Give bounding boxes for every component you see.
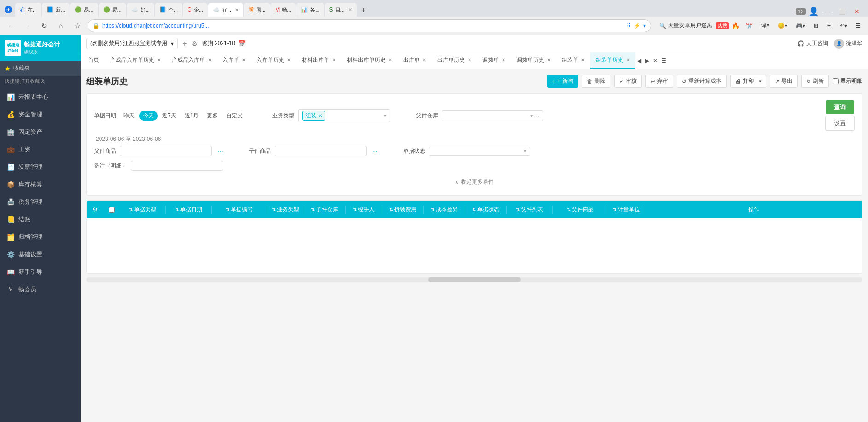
tab-12[interactable]: S 目... ✕ — [325, 3, 357, 17]
parent-warehouse-more-icon[interactable]: ··· — [534, 112, 540, 119]
settings-gear-icon[interactable]: ⚙ — [192, 40, 198, 47]
favorites-section[interactable]: ★ 收藏夹 — [0, 61, 81, 76]
nav-tab-stock-in-history[interactable]: 入库单历史 ✕ — [251, 52, 296, 69]
address-bar[interactable]: 🔒 https://cloud.chanjet.com/accounting/u… — [88, 19, 651, 32]
sidebar-item-guide[interactable]: 📖 新手引导 — [0, 263, 81, 281]
select-all-checkbox[interactable] — [109, 207, 115, 213]
th-bill-no[interactable]: ⇅ 单据编号 — [212, 206, 267, 214]
translate-icon[interactable]: 译▾ — [758, 21, 772, 30]
sidebar-item-salary[interactable]: 💼 工资 — [0, 141, 81, 158]
delete-button[interactable]: 🗑 删除 — [582, 75, 610, 88]
set-button[interactable]: 设置 — [825, 116, 855, 131]
nav-tab-stock-in[interactable]: 入库单 ✕ — [217, 52, 251, 69]
sidebar-item-finance[interactable]: 💰 资金管理 — [0, 106, 81, 123]
sidebar-item-tax[interactable]: 🖨️ 税务管理 — [0, 193, 81, 211]
sidebar-item-inventory[interactable]: 📦 库存核算 — [0, 176, 81, 193]
tab-3[interactable]: 🟢 易... — [70, 3, 98, 17]
parent-item-input[interactable] — [120, 146, 212, 156]
nav-tab-stock-out-history[interactable]: 出库单历史 ✕ — [432, 52, 477, 69]
nav-tab-produce-in[interactable]: 产成品入库单 ✕ — [166, 52, 217, 69]
address-dropdown[interactable]: ▾ — [643, 23, 646, 29]
lightning-icon[interactable]: ⚡ — [633, 23, 640, 29]
tab-10[interactable]: M 畅... — [270, 3, 296, 17]
new-button[interactable]: + + 新增 — [547, 75, 578, 88]
status-select[interactable]: ▾ — [429, 147, 530, 156]
nav-tab-assembly-history[interactable]: 组装单历史 ✕ — [590, 52, 635, 69]
sub-item-dots[interactable]: ··· — [372, 147, 378, 155]
period-selector[interactable]: 账期 2021-10 📅 — [202, 40, 246, 47]
th-bill-type[interactable]: ⇅ 单据类型 — [120, 206, 166, 214]
add-company-btn[interactable]: + — [182, 40, 187, 48]
th-parent-item[interactable]: ⇅ 父件商品 — [553, 206, 608, 214]
tabs-close-all[interactable]: ✕ — [651, 56, 659, 66]
game-icon[interactable]: 🎮▾ — [793, 22, 808, 30]
business-type-tag-close[interactable]: ✕ — [318, 113, 322, 118]
tab-assembly-close[interactable]: ✕ — [581, 58, 585, 63]
date-btn-1month[interactable]: 近1月 — [181, 111, 203, 121]
user-info[interactable]: 👤 徐泽华 — [834, 39, 862, 49]
th-handler[interactable]: ⇅ 经手人 — [346, 206, 382, 214]
tab-5[interactable]: ☁️ 好... — [127, 3, 154, 17]
support-btn[interactable]: 🎧 人工咨询 — [798, 40, 828, 47]
nav-tab-transfer-history[interactable]: 调拨单历史 ✕ — [511, 52, 556, 69]
parent-item-dots[interactable]: ··· — [217, 147, 223, 155]
sidebar-item-invoice[interactable]: 🧾 发票管理 — [0, 158, 81, 176]
nav-tab-material-out-history[interactable]: 材料出库单历史 ✕ — [341, 52, 398, 69]
home-button[interactable]: ⌂ — [54, 19, 67, 32]
tab-4[interactable]: 🟢 易... — [99, 3, 126, 17]
scrollbar-thumb[interactable] — [428, 277, 521, 282]
back-button[interactable]: ← — [5, 19, 18, 32]
print-button[interactable]: 🖨 打印 ▾ — [730, 75, 766, 88]
tab-transfer-close[interactable]: ✕ — [502, 58, 505, 63]
horizontal-scrollbar[interactable] — [86, 277, 862, 282]
minimize-button[interactable]: — — [821, 8, 833, 15]
profile-icon[interactable]: 👤 — [809, 6, 819, 17]
tab-transfer-history-close[interactable]: ✕ — [547, 58, 551, 63]
nav-tab-transfer[interactable]: 调拨单 ✕ — [477, 52, 511, 69]
tab-stock-in-close[interactable]: ✕ — [242, 58, 246, 63]
bookmark-button[interactable]: ☆ — [71, 19, 84, 32]
tab-8[interactable]: ☁️ 好... ✕ — [208, 3, 243, 17]
th-sub-warehouse[interactable]: ⇅ 子件仓库 — [304, 206, 346, 214]
th-cost-diff[interactable]: ⇅ 成本差异 — [424, 206, 465, 214]
note-input[interactable] — [131, 161, 223, 171]
nav-tab-stock-out[interactable]: 出库单 ✕ — [398, 52, 432, 69]
collapse-button[interactable]: ∧ 收起更多条件 — [94, 175, 855, 189]
sidebar-item-settings[interactable]: ⚙️ 基础设置 — [0, 246, 81, 263]
query-button[interactable]: 查询 — [826, 100, 854, 114]
export-button[interactable]: ↗ 导出 — [770, 75, 798, 88]
tab-7[interactable]: C 企... — [183, 3, 208, 17]
sidebar-item-member[interactable]: V 畅会员 — [0, 281, 81, 298]
search-box[interactable]: 🔍 大量安卓用户逃离 热搜 🔥 — [659, 22, 739, 29]
tab-12-close[interactable]: ✕ — [348, 7, 352, 12]
note-text-input[interactable] — [135, 162, 219, 169]
date-btn-7days[interactable]: 近7天 — [158, 111, 180, 121]
show-detail-input[interactable] — [833, 78, 839, 84]
show-detail-checkbox[interactable]: 显示明细 — [833, 77, 862, 85]
sun-icon[interactable]: ☀ — [824, 22, 834, 30]
nav-tab-assembly[interactable]: 组装单 ✕ — [556, 52, 590, 69]
nav-tab-produce-in-history[interactable]: 产成品入库单历史 ✕ — [105, 52, 166, 69]
recalculate-button[interactable]: ↺ 重新计算成本 — [677, 75, 727, 88]
nav-tab-home[interactable]: 首页 — [82, 52, 105, 69]
sidebar-item-reports[interactable]: 📊 云报表中心 — [0, 88, 81, 106]
business-type-select[interactable]: 组装 ✕ ▾ — [298, 109, 390, 122]
scissors-icon[interactable]: ✂️ — [743, 22, 756, 30]
new-tab-button[interactable]: + — [357, 4, 370, 17]
emoji-icon[interactable]: 😊▾ — [775, 22, 790, 30]
th-parent-list[interactable]: ⇅ 父件列表 — [507, 206, 553, 214]
th-disassemble-fee[interactable]: ⇅ 拆装费用 — [382, 206, 424, 214]
sub-item-text-input[interactable] — [279, 148, 363, 154]
tab-1[interactable]: 在 在... — [15, 3, 41, 17]
print-dropdown-icon[interactable]: ▾ — [757, 79, 761, 84]
nav-tab-material-out[interactable]: 材料出库单 ✕ — [296, 52, 341, 69]
date-btn-yesterday[interactable]: 昨天 — [120, 111, 138, 121]
tabs-scroll-right[interactable]: ▶ — [643, 56, 651, 66]
undo-icon[interactable]: ↶▾ — [837, 22, 850, 30]
th-checkbox[interactable] — [103, 207, 120, 213]
parent-item-text-input[interactable] — [124, 148, 208, 154]
th-bill-date[interactable]: ⇅ 单据日期 — [166, 206, 212, 214]
tab-stock-out-close[interactable]: ✕ — [422, 58, 426, 63]
forward-button[interactable]: → — [21, 19, 34, 32]
sidebar-item-closing[interactable]: 📒 结账 — [0, 211, 81, 228]
